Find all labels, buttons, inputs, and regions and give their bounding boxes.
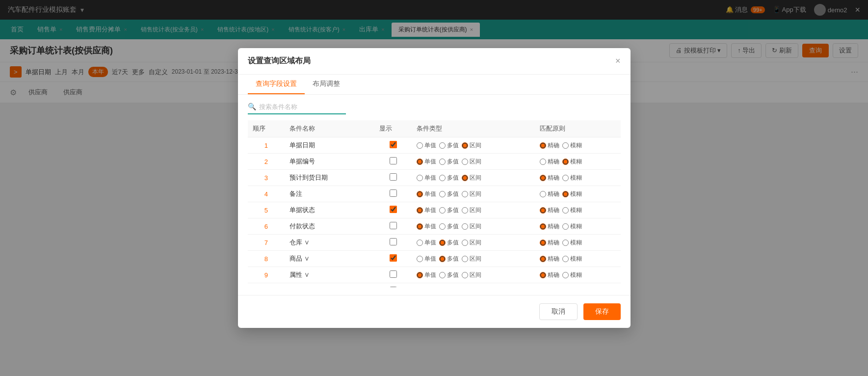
type-radio-range[interactable]: 区间 [462,190,481,198]
cell-type: 单值多值区间 [412,218,535,235]
table-row: 4备注单值多值区间精确模糊 [248,186,621,202]
cell-match: 精确模糊 [535,283,621,288]
modal-header: 设置查询区域布局 × [238,48,631,75]
type-radio-single[interactable]: 单值 [417,141,436,150]
tab-query-fields[interactable]: 查询字段设置 [248,75,305,94]
type-radio-single[interactable]: 单值 [417,174,436,182]
display-checkbox-5[interactable] [379,206,407,215]
match-radio-fuzzy[interactable]: 模糊 [562,271,582,279]
display-checkbox-6[interactable] [379,222,407,231]
type-radio-single[interactable]: 单值 [417,255,436,263]
display-checkbox-10[interactable] [379,287,407,287]
display-checkbox-1[interactable] [379,141,407,150]
match-radio-fuzzy[interactable]: 模糊 [562,239,582,247]
match-radio-exact[interactable]: 精确 [540,239,559,247]
type-radio-multi[interactable]: 多值 [439,174,459,182]
type-radio-single[interactable]: 单值 [417,222,436,231]
type-radio-multi[interactable]: 多值 [439,222,459,231]
table-row: 10有无商品图片单值多值区间精确模糊 [248,283,621,288]
match-radio-exact[interactable]: 精确 [540,206,559,215]
modal-body: 🔍 顺序 条件名称 显示 条件类型 匹配原则 [238,95,631,295]
type-radio-multi[interactable]: 多值 [439,141,459,150]
display-checkbox-2[interactable] [379,157,407,166]
search-conditions-input[interactable] [259,103,338,110]
cell-type: 单值多值区间 [412,154,535,170]
save-label: 保存 [595,307,609,315]
cell-display [374,170,412,186]
cell-display [374,202,412,218]
match-radio-group: 精确模糊 [540,158,616,166]
match-radio-fuzzy[interactable]: 模糊 [562,174,582,182]
display-checkbox-9[interactable] [379,270,407,279]
match-radio-fuzzy[interactable]: 模糊 [562,158,582,166]
cell-order: 1 [248,137,285,154]
type-radio-group: 单值多值区间 [417,206,530,215]
modal-footer: 取消 保存 [238,295,631,328]
match-radio-fuzzy[interactable]: 模糊 [562,206,582,215]
type-radio-range[interactable]: 区间 [462,158,481,166]
cell-type: 单值多值区间 [412,251,535,267]
type-radio-multi[interactable]: 多值 [439,158,459,166]
match-radio-exact[interactable]: 精确 [540,287,559,288]
modal-close-button[interactable]: × [615,56,621,66]
type-radio-single[interactable]: 单值 [417,158,436,166]
type-radio-multi[interactable]: 多值 [439,287,459,288]
cell-order: 10 [248,283,285,288]
type-radio-range[interactable]: 区间 [462,271,481,279]
type-radio-range[interactable]: 区间 [462,239,481,247]
type-radio-single[interactable]: 单值 [417,271,436,279]
table-row: 1单据日期单值多值区间精确模糊 [248,137,621,154]
match-radio-exact[interactable]: 精确 [540,174,559,182]
type-radio-range[interactable]: 区间 [462,287,481,288]
display-checkbox-3[interactable] [379,173,407,182]
type-radio-range[interactable]: 区间 [462,222,481,231]
type-radio-multi[interactable]: 多值 [439,271,459,279]
type-radio-multi[interactable]: 多值 [439,190,459,198]
display-checkbox-8[interactable] [379,254,407,263]
match-radio-exact[interactable]: 精确 [540,222,559,231]
type-radio-range[interactable]: 区间 [462,206,481,215]
match-radio-exact[interactable]: 精确 [540,141,559,150]
match-radio-fuzzy[interactable]: 模糊 [562,255,582,263]
modal-overlay: 设置查询区域布局 × 查询字段设置 布局调整 🔍 [0,0,868,376]
match-radio-exact[interactable]: 精确 [540,255,559,263]
cancel-label: 取消 [552,307,565,315]
type-radio-multi[interactable]: 多值 [439,239,459,247]
type-radio-multi[interactable]: 多值 [439,206,459,215]
th-type: 条件类型 [412,120,535,137]
table-row: 5单据状态单值多值区间精确模糊 [248,202,621,218]
type-radio-group: 单值多值区间 [417,158,530,166]
type-radio-range[interactable]: 区间 [462,174,481,182]
match-radio-exact[interactable]: 精确 [540,158,559,166]
type-radio-single[interactable]: 单值 [417,239,436,247]
type-radio-single[interactable]: 单值 [417,206,436,215]
save-button[interactable]: 保存 [583,303,621,320]
match-radio-fuzzy[interactable]: 模糊 [562,287,582,288]
display-checkbox-4[interactable] [379,189,407,198]
match-radio-fuzzy[interactable]: 模糊 [562,190,582,198]
type-radio-group: 单值多值区间 [417,271,530,279]
type-radio-range[interactable]: 区间 [462,141,481,150]
type-radio-range[interactable]: 区间 [462,255,481,263]
match-radio-exact[interactable]: 精确 [540,271,559,279]
type-radio-single[interactable]: 单值 [417,287,436,288]
match-radio-exact[interactable]: 精确 [540,190,559,198]
type-radio-group: 单值多值区间 [417,239,530,247]
table-row: 7仓库 ∨单值多值区间精确模糊 [248,235,621,251]
cell-display [374,186,412,202]
cancel-button[interactable]: 取消 [539,303,578,320]
conditions-table: 顺序 条件名称 显示 条件类型 匹配原则 1单据日期单值多值区间精确模糊2单据编… [248,120,621,287]
match-radio-fuzzy[interactable]: 模糊 [562,222,582,231]
type-radio-single[interactable]: 单值 [417,190,436,198]
type-radio-group: 单值多值区间 [417,141,530,150]
cell-match: 精确模糊 [535,218,621,235]
cell-display [374,137,412,154]
cell-type: 单值多值区间 [412,137,535,154]
display-checkbox-7[interactable] [379,238,407,247]
tab-layout-adjust[interactable]: 布局调整 [305,75,348,94]
cell-order: 2 [248,154,285,170]
type-radio-multi[interactable]: 多值 [439,255,459,263]
match-radio-group: 精确模糊 [540,222,616,231]
match-radio-fuzzy[interactable]: 模糊 [562,141,582,150]
cell-order: 7 [248,235,285,251]
